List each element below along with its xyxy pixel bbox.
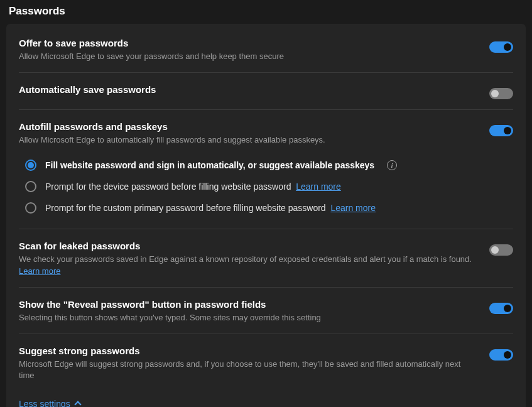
scan-leaked-learn-more[interactable]: Learn more <box>19 266 60 276</box>
row-autofill: Autofill passwords and passkeys Allow Mi… <box>19 110 513 229</box>
suggest-toggle[interactable] <box>489 349 513 361</box>
radio-device-pw[interactable]: Prompt for the device password before fi… <box>19 176 513 197</box>
settings-panel: Offer to save passwords Allow Microsoft … <box>6 24 526 407</box>
page-title: Passwords <box>0 0 532 24</box>
radio-primary-pw-control[interactable] <box>25 202 36 214</box>
scan-leaked-title: Scan for leaked passwords <box>19 241 477 251</box>
auto-save-title: Automatically save passwords <box>19 84 477 95</box>
radio-device-pw-label: Prompt for the device password before fi… <box>45 182 291 192</box>
radio-device-pw-control[interactable] <box>25 181 36 192</box>
suggest-title: Suggest strong passwords <box>19 345 477 356</box>
offer-save-desc: Allow Microsoft Edge to save your passwo… <box>19 51 477 62</box>
radio-fill-auto-control[interactable] <box>25 160 36 171</box>
scan-leaked-toggle[interactable] <box>489 244 513 256</box>
row-scan-leaked: Scan for leaked passwords We check your … <box>19 229 513 287</box>
row-suggest: Suggest strong passwords Microsoft Edge … <box>19 334 513 391</box>
suggest-desc: Microsoft Edge will suggest strong passw… <box>19 359 477 381</box>
autofill-radios: Fill website password and sign in automa… <box>19 155 513 219</box>
less-settings-label: Less settings <box>19 399 70 407</box>
reveal-title: Show the "Reveal password" button in pas… <box>19 299 477 310</box>
reveal-toggle[interactable] <box>489 303 513 314</box>
offer-save-toggle[interactable] <box>489 41 513 53</box>
row-reveal: Show the "Reveal password" button in pas… <box>19 288 513 334</box>
chevron-up-icon <box>74 401 81 407</box>
autofill-toggle[interactable] <box>489 125 513 136</box>
row-auto-save: Automatically save passwords <box>19 73 513 110</box>
radio-fill-auto[interactable]: Fill website password and sign in automa… <box>19 155 513 176</box>
row-offer-save: Offer to save passwords Allow Microsoft … <box>19 26 513 73</box>
radio-primary-pw-label: Prompt for the custom primary password b… <box>45 203 326 213</box>
info-icon[interactable]: i <box>387 160 397 170</box>
radio-fill-auto-label: Fill website password and sign in automa… <box>45 160 374 170</box>
autofill-desc: Allow Microsoft Edge to automatically fi… <box>19 134 477 146</box>
offer-save-title: Offer to save passwords <box>19 38 477 48</box>
radio-primary-pw[interactable]: Prompt for the custom primary password b… <box>19 197 513 219</box>
autofill-title: Autofill passwords and passkeys <box>19 121 477 132</box>
scan-leaked-desc: We check your passwords saved in Edge ag… <box>19 254 477 276</box>
radio-device-pw-learn-more[interactable]: Learn more <box>296 182 341 192</box>
reveal-desc: Selecting this button shows what you've … <box>19 312 477 323</box>
radio-primary-pw-learn-more[interactable]: Learn more <box>330 203 376 213</box>
auto-save-toggle[interactable] <box>489 88 513 99</box>
less-settings-button[interactable]: Less settings <box>19 391 513 407</box>
